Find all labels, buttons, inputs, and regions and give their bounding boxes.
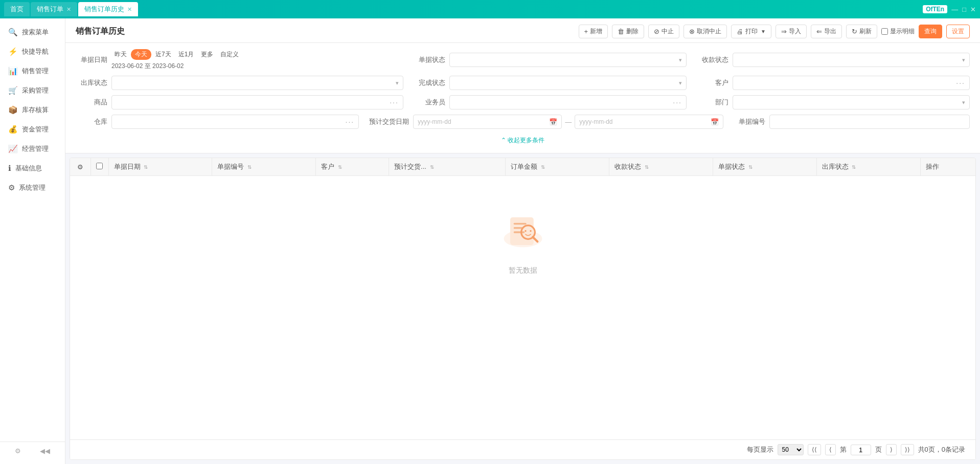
close-sales-order-history-tab[interactable]: ✕ xyxy=(127,6,132,13)
page-label: 页 xyxy=(875,445,882,454)
tab-home[interactable]: 首页 xyxy=(4,2,30,16)
date-tab-more[interactable]: 更多 xyxy=(198,49,216,60)
th-customer[interactable]: 客户 ⇅ xyxy=(316,158,389,176)
svg-point-8 xyxy=(530,230,531,232)
warehouse-dots: ··· xyxy=(346,118,355,126)
payment-status-control[interactable]: ▾ xyxy=(733,53,970,67)
th-no[interactable]: 单据编号 ⇅ xyxy=(212,158,316,176)
order-no-label: 单据编号 xyxy=(734,117,769,126)
print-button[interactable]: 🖨 打印 ▼ xyxy=(731,25,771,38)
date-tab-custom[interactable]: 自定义 xyxy=(217,49,242,60)
warehouse-control[interactable]: ··· xyxy=(111,115,359,129)
cancel-stop-button[interactable]: ⊗ 取消中止 xyxy=(683,25,727,38)
sidebar-settings-icon[interactable]: ⚙ xyxy=(15,447,21,455)
customer-control[interactable]: ··· xyxy=(733,76,970,90)
th-delivery[interactable]: 预计交货... ⇅ xyxy=(389,158,506,176)
refresh-button[interactable]: ↻ 刷新 xyxy=(846,25,877,38)
collapse-bar[interactable]: ⌃ 收起更多条件 xyxy=(76,134,970,147)
stop-button[interactable]: ⊘ 中止 xyxy=(648,25,679,38)
add-button[interactable]: + 新增 xyxy=(579,25,608,38)
sort-date-icon: ⇅ xyxy=(144,164,148,170)
add-icon: + xyxy=(584,28,588,35)
close-sales-order-tab[interactable]: ✕ xyxy=(66,6,71,13)
order-status-control[interactable]: ▾ xyxy=(449,53,687,67)
page-label-pre: 第 xyxy=(840,445,847,454)
date-tab-today[interactable]: 今天 xyxy=(131,49,151,60)
tab-sales-order-history[interactable]: 销售订单历史 ✕ xyxy=(78,2,138,16)
sort-delivery-icon: ⇅ xyxy=(430,164,434,170)
settings-button[interactable]: 设置 xyxy=(946,25,970,38)
sidebar-item-basic-info[interactable]: ℹ 基础信息 xyxy=(0,159,65,178)
goods-control[interactable]: ··· xyxy=(111,95,403,109)
top-nav: 首页 销售订单 ✕ 销售订单历史 ✕ OfTEn — □ ✕ xyxy=(0,0,980,18)
order-no-control[interactable] xyxy=(769,115,970,129)
system-icon: ⚙ xyxy=(8,183,15,192)
page-size-select[interactable]: 50 20 100 xyxy=(778,444,804,455)
date-tab-yesterday[interactable]: 昨天 xyxy=(111,49,130,60)
department-control[interactable]: ▾ xyxy=(733,95,970,109)
complete-status-chevron: ▾ xyxy=(679,80,682,86)
page-header: 销售订单历史 + 新增 🗑 删除 ⊘ 中止 ⊗ 取消中止 xyxy=(65,18,980,43)
page-input[interactable] xyxy=(851,445,871,455)
th-settings[interactable]: ⚙ xyxy=(70,158,90,176)
query-button[interactable]: 查询 xyxy=(919,25,942,38)
date-tab-7days[interactable]: 近7天 xyxy=(152,49,174,60)
empty-text: 暂无数据 xyxy=(509,266,537,275)
th-order-status[interactable]: 单据状态 ⇅ xyxy=(713,158,816,176)
delete-icon: 🗑 xyxy=(618,28,624,35)
sidebar-item-operations[interactable]: 📈 经营管理 xyxy=(0,139,65,159)
sidebar-item-inventory[interactable]: 📦 库存核算 xyxy=(0,100,65,120)
select-all-checkbox[interactable] xyxy=(96,163,103,169)
calendar-end-icon[interactable]: 📅 xyxy=(711,118,719,126)
complete-status-control[interactable]: ▾ xyxy=(449,76,687,90)
pagination-bar: 每页显示 50 20 100 ⟨⟨ ⟨ 第 页 ⟩ ⟩⟩ 共0页，0条记录 xyxy=(70,439,975,459)
out-stock-control[interactable]: ▾ xyxy=(111,76,403,90)
th-checkbox[interactable] xyxy=(90,158,108,176)
toolbar: + 新增 🗑 删除 ⊘ 中止 ⊗ 取消中止 🖨 打印 xyxy=(579,25,970,38)
page-size-label: 每页显示 xyxy=(747,445,773,454)
often-badge: OfTEn xyxy=(923,5,947,13)
sort-order-status-icon: ⇅ xyxy=(748,164,753,170)
delivery-date-end-control[interactable]: yyyy-mm-dd 📅 xyxy=(575,115,723,129)
salesman-control[interactable]: ··· xyxy=(449,95,687,109)
minimize-icon[interactable]: — xyxy=(951,6,958,13)
prev-page-btn[interactable]: ⟨ xyxy=(825,444,836,455)
svg-rect-4 xyxy=(513,231,525,233)
th-payment-status[interactable]: 收款状态 ⇅ xyxy=(609,158,713,176)
tab-sales-order[interactable]: 销售订单 ✕ xyxy=(31,2,77,16)
first-page-btn[interactable]: ⟨⟨ xyxy=(808,444,821,455)
next-page-btn[interactable]: ⟩ xyxy=(886,444,897,455)
delete-button[interactable]: 🗑 删除 xyxy=(612,25,644,38)
delivery-date-start-control[interactable]: yyyy-mm-dd 📅 xyxy=(413,115,562,129)
delivery-date-start-placeholder: yyyy-mm-dd xyxy=(418,118,451,125)
sidebar-item-system-mgmt[interactable]: ⚙ 系统管理 xyxy=(0,178,65,197)
table-container[interactable]: ⚙ 单据日期 ⇅ 单据编号 ⇅ xyxy=(70,158,975,439)
sidebar-collapse-icon[interactable]: ◀◀ xyxy=(40,447,50,455)
restore-icon[interactable]: □ xyxy=(962,6,966,13)
complete-status-label: 完成状态 xyxy=(414,78,449,87)
export-button[interactable]: ⇐ 导出 xyxy=(811,25,842,38)
sales-icon: 📊 xyxy=(8,67,18,76)
sidebar-item-finance[interactable]: 💰 资金管理 xyxy=(0,120,65,139)
date-tab-1month[interactable]: 近1月 xyxy=(175,49,197,60)
close-window-icon[interactable]: ✕ xyxy=(970,6,976,13)
th-action: 操作 xyxy=(920,158,975,176)
filter-customer-item: 客户 ··· xyxy=(697,76,970,90)
sidebar-item-purchase-mgmt[interactable]: 🛒 采购管理 xyxy=(0,81,65,100)
calendar-start-icon[interactable]: 📅 xyxy=(549,118,557,126)
th-amount[interactable]: 订单金额 ⇅ xyxy=(506,158,609,176)
import-button[interactable]: ⇒ 导入 xyxy=(776,25,807,38)
sort-amount-icon: ⇅ xyxy=(541,164,545,170)
display-detail-checkbox[interactable]: 显示明细 xyxy=(881,27,915,36)
out-stock-label: 出库状态 xyxy=(76,78,111,87)
display-detail-input[interactable] xyxy=(881,28,888,35)
th-date[interactable]: 单据日期 ⇅ xyxy=(108,158,212,176)
sort-out-status-icon: ⇅ xyxy=(852,164,856,170)
sidebar-item-search[interactable]: 🔍 搜索菜单 xyxy=(0,23,65,42)
sidebar-item-quick-nav[interactable]: ⚡ 快捷导航 xyxy=(0,42,65,61)
settings-icon[interactable]: ⚙ xyxy=(77,163,83,171)
sidebar-item-sales-mgmt[interactable]: 📊 销售管理 xyxy=(0,61,65,81)
th-out-status[interactable]: 出库状态 ⇅ xyxy=(816,158,920,176)
last-page-btn[interactable]: ⟩⟩ xyxy=(901,444,914,455)
export-icon: ⇐ xyxy=(816,28,822,35)
